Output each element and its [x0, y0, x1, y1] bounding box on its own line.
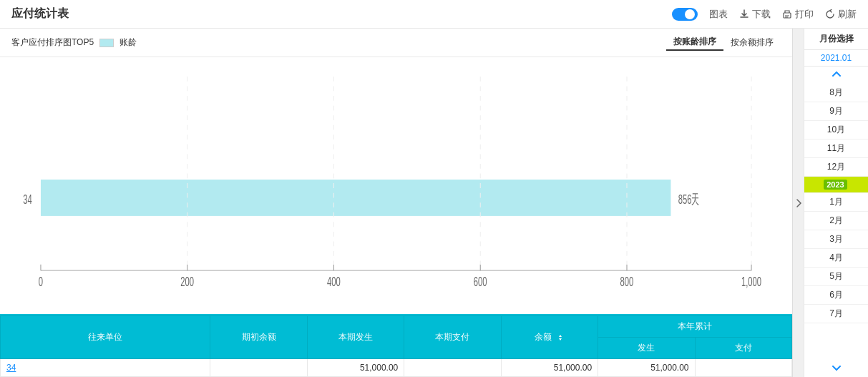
page-title: 应付统计表 [11, 6, 69, 21]
svg-text:1,000: 1,000 [741, 274, 761, 289]
month-nav-up[interactable] [804, 67, 868, 84]
chart-bar [41, 180, 670, 216]
sort-by-amount-button[interactable]: 按余额排序 [723, 34, 781, 51]
th-current-payment: 本期支付 [404, 316, 501, 359]
th-current-occurrence: 本期发生 [307, 316, 404, 359]
chart-container: 34 856天 0 200 [0, 57, 792, 314]
month-item-3[interactable]: 3月 [804, 230, 868, 249]
th-occurrence-sub: 发生 [598, 338, 695, 359]
month-list: 8月 9月 10月 11月 12月 2023 1月 2月 3月 4月 5月 6月… [804, 84, 868, 360]
cell-balance: 51,000.00 [501, 359, 598, 377]
cell-year-occurrence: 51,000.00 [598, 359, 695, 377]
download-button[interactable]: 下载 [739, 8, 771, 21]
cell-current-occurrence: 51,000.00 [307, 359, 404, 377]
svg-text:200: 200 [180, 274, 194, 289]
th-current-year-total: 本年累计 [598, 316, 792, 338]
month-sidebar: 月份选择 2021.01 8月 9月 10月 11月 12月 2023 [804, 29, 868, 377]
th-balance: 余额 [501, 316, 598, 359]
svg-text:400: 400 [327, 274, 341, 289]
cell-current-payment [404, 359, 501, 377]
sidebar-toggle-arrow[interactable] [792, 29, 804, 377]
legend-box [99, 39, 114, 47]
th-incoming-unit: 往来单位 [1, 316, 210, 359]
th-opening-balance: 期初余额 [210, 316, 307, 359]
chart-header: 客户应付排序图TOP5 账龄 按账龄排序 按余额排序 [0, 29, 792, 57]
month-item-year-badge[interactable]: 2023 [804, 177, 868, 193]
summary-table: 往来单位 期初余额 本期发生 本期支付 余额 本年 [0, 315, 792, 377]
cell-year-payment [695, 359, 791, 377]
svg-text:0: 0 [39, 274, 43, 289]
sidebar-title: 月份选择 [804, 29, 868, 50]
print-icon [782, 9, 792, 19]
chart-legend: 客户应付排序图TOP5 账龄 [11, 36, 137, 49]
th-payment-sub: 支付 [695, 338, 791, 359]
chart-svg: 34 856天 0 200 [11, 64, 781, 307]
month-item-10[interactable]: 10月 [804, 121, 868, 139]
month-item-12[interactable]: 12月 [804, 158, 868, 177]
table-section: 往来单位 期初余额 本期发生 本期支付 余额 本年 [0, 314, 792, 377]
print-button[interactable]: 打印 [782, 8, 814, 21]
month-item-1[interactable]: 1月 [804, 193, 868, 212]
sort-by-balance-button[interactable]: 按账龄排序 [666, 34, 723, 51]
toggle-label: 图表 [709, 8, 728, 21]
month-item-2[interactable]: 2月 [804, 212, 868, 230]
refresh-icon [825, 9, 835, 19]
month-item-6[interactable]: 6月 [804, 286, 868, 305]
cell-opening-balance [210, 359, 307, 377]
table-body: 34 51,000.00 51,000.00 51,000.00 [1, 359, 792, 377]
month-item-11[interactable]: 11月 [804, 139, 868, 158]
chevron-down-icon [831, 363, 842, 372]
sidebar-month-nav: 8月 9月 10月 11月 12月 2023 1月 2月 3月 4月 5月 6月… [804, 67, 868, 377]
svg-text:34: 34 [23, 192, 32, 207]
unit-link[interactable]: 34 [6, 363, 16, 373]
chart-toggle[interactable] [672, 8, 698, 21]
download-icon [739, 9, 749, 19]
month-item-9[interactable]: 9月 [804, 102, 868, 121]
chevron-up-icon [831, 70, 842, 79]
month-item-5[interactable]: 5月 [804, 268, 868, 286]
month-item-7[interactable]: 7月 [804, 305, 868, 323]
table-row: 34 51,000.00 51,000.00 51,000.00 [1, 359, 792, 377]
month-item-8[interactable]: 8月 [804, 84, 868, 102]
refresh-button[interactable]: 刷新 [825, 8, 857, 21]
chevron-right-icon [795, 198, 802, 208]
balance-sort-icon [556, 333, 565, 342]
chart-sort-buttons: 按账龄排序 按余额排序 [666, 34, 781, 51]
svg-text:600: 600 [474, 274, 487, 289]
table-wrapper: 往来单位 期初余额 本期发生 本期支付 余额 本年 [0, 315, 792, 377]
svg-text:856天: 856天 [678, 192, 700, 207]
month-nav-down[interactable] [804, 360, 868, 377]
month-item-4[interactable]: 4月 [804, 249, 868, 268]
header-actions: 图表 下载 打印 刷新 [672, 8, 857, 21]
svg-text:800: 800 [620, 274, 634, 289]
year-badge: 2023 [824, 180, 847, 190]
sidebar-year-display[interactable]: 2021.01 [804, 50, 868, 67]
cell-unit: 34 [1, 359, 210, 377]
table-header-row-1: 往来单位 期初余额 本期发生 本期支付 余额 本年 [1, 316, 792, 338]
